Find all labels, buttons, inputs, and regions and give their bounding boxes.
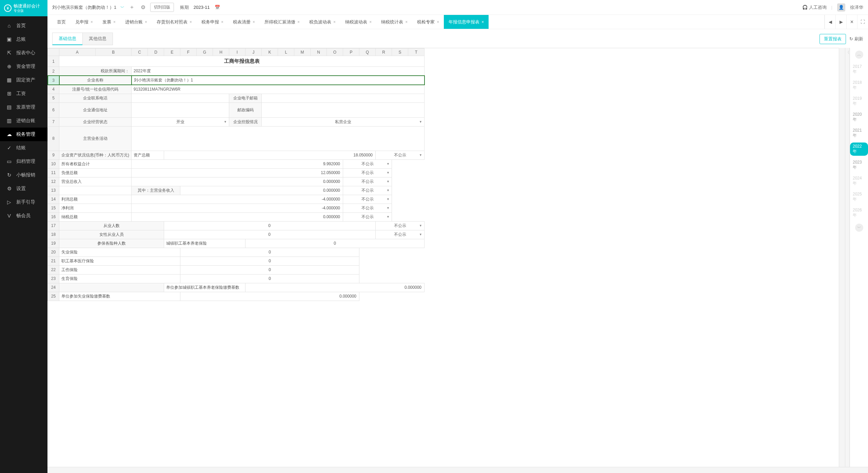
cell-disc-15[interactable]: 不公示 bbox=[343, 204, 392, 212]
cell-emp-disc[interactable]: 不公示 bbox=[376, 221, 425, 230]
row-10[interactable]: 10 bbox=[48, 159, 59, 168]
tab-11[interactable]: 税检专家× bbox=[412, 15, 444, 29]
col-L[interactable]: L bbox=[278, 49, 294, 56]
row-18[interactable]: 18 bbox=[48, 230, 59, 239]
year-down-icon[interactable]: ﹀ bbox=[855, 224, 863, 232]
row-24[interactable]: 24 bbox=[48, 283, 59, 292]
row-2[interactable]: 2 bbox=[48, 67, 59, 76]
tab-4[interactable]: 存货别名对照表× bbox=[152, 15, 197, 29]
cell-status[interactable]: 开业 bbox=[132, 117, 229, 126]
row-19[interactable]: 19 bbox=[48, 239, 59, 248]
year-2021年[interactable]: 2021年 bbox=[850, 127, 868, 140]
user-name[interactable]: 徐泽华 bbox=[850, 4, 863, 11]
cell-val-11[interactable]: 12.050000 bbox=[132, 168, 343, 177]
row-25[interactable]: 25 bbox=[48, 292, 59, 301]
sidebar-item-3[interactable]: ⊕资金管理 bbox=[0, 60, 47, 73]
cell-base-24[interactable]: 0.000000 bbox=[245, 283, 425, 292]
row-22[interactable]: 22 bbox=[48, 265, 59, 274]
year-2023年[interactable]: 2023年 bbox=[850, 158, 868, 172]
cell-disc-13[interactable]: 不公示 bbox=[343, 186, 392, 195]
year-2020年[interactable]: 2020年 bbox=[850, 111, 868, 124]
cell-femp-disc[interactable]: 不公示 bbox=[376, 230, 425, 239]
collapse-handle-icon[interactable]: 〈 bbox=[845, 48, 850, 467]
close-icon[interactable]: × bbox=[221, 20, 223, 24]
row-4[interactable]: 4 bbox=[48, 85, 59, 94]
cell-val-12[interactable]: 0.000000 bbox=[132, 177, 343, 186]
tab-12[interactable]: 年报信息申报表× bbox=[444, 15, 489, 29]
close-icon[interactable]: × bbox=[91, 20, 93, 24]
close-icon[interactable]: × bbox=[369, 20, 372, 24]
col-K[interactable]: K bbox=[262, 49, 278, 56]
gear-icon[interactable]: ⚙ bbox=[139, 4, 147, 11]
col-E[interactable]: E bbox=[164, 49, 180, 56]
cell-val-13[interactable]: 0.000000 bbox=[180, 186, 343, 195]
subtab-1[interactable]: 其他信息 bbox=[82, 33, 113, 45]
row-16[interactable]: 16 bbox=[48, 212, 59, 221]
tab-3[interactable]: 进销台账× bbox=[120, 15, 152, 29]
cell-ins-20[interactable]: 0 bbox=[180, 248, 359, 257]
cell-disc-11[interactable]: 不公示 bbox=[343, 168, 392, 177]
close-icon[interactable]: × bbox=[253, 20, 255, 24]
tabs-close-icon[interactable]: ✕ bbox=[846, 15, 857, 29]
cell-val-10[interactable]: 9.992000 bbox=[132, 159, 343, 168]
vertical-scrollbar[interactable] bbox=[839, 48, 845, 467]
tabs-prev-icon[interactable]: ◀ bbox=[825, 15, 835, 29]
tabs-expand-icon[interactable]: ⛶ bbox=[857, 15, 868, 29]
cell-val-15[interactable]: -4.000000 bbox=[132, 204, 343, 212]
row-6[interactable]: 6 bbox=[48, 102, 59, 117]
tab-6[interactable]: 税表清册× bbox=[228, 15, 260, 29]
cell-holding[interactable]: 私营企业 bbox=[262, 117, 425, 126]
row-5[interactable]: 5 bbox=[48, 94, 59, 102]
subtab-0[interactable]: 基础信息 bbox=[52, 33, 82, 45]
col-F[interactable]: F bbox=[180, 49, 197, 56]
row-13[interactable]: 13 bbox=[48, 186, 59, 195]
row-21[interactable]: 21 bbox=[48, 257, 59, 265]
year-2022年[interactable]: 2022年 bbox=[850, 143, 868, 156]
sidebar-item-6[interactable]: ▤发票管理 bbox=[0, 100, 47, 114]
row-12[interactable]: 12 bbox=[48, 177, 59, 186]
consult-link[interactable]: 🎧 人工咨询 bbox=[802, 4, 827, 11]
horizontal-scrollbar[interactable] bbox=[47, 467, 868, 473]
sidebar-item-9[interactable]: ✓结账 bbox=[0, 141, 47, 155]
col-O[interactable]: O bbox=[327, 49, 343, 56]
close-icon[interactable]: × bbox=[113, 20, 116, 24]
sidebar-item-12[interactable]: ⚙设置 bbox=[0, 182, 47, 195]
year-2019年[interactable]: 2019年 bbox=[850, 95, 868, 108]
row-23[interactable]: 23 bbox=[48, 274, 59, 283]
sidebar-item-0[interactable]: ⌂首页 bbox=[0, 19, 47, 33]
close-icon[interactable]: × bbox=[333, 20, 336, 24]
year-2018年[interactable]: 2018年 bbox=[850, 79, 868, 92]
account-selector[interactable]: 刘小艳演示账套（勿删勿动！）1 ﹀ bbox=[52, 4, 124, 11]
add-icon[interactable]: ＋ bbox=[128, 4, 136, 11]
period-value[interactable]: 2023-11 bbox=[194, 5, 210, 10]
row-8[interactable]: 8 bbox=[48, 126, 59, 151]
tab-5[interactable]: 税务申报× bbox=[197, 15, 228, 29]
cell-addr[interactable] bbox=[132, 102, 229, 117]
row-20[interactable]: 20 bbox=[48, 248, 59, 257]
close-icon[interactable]: × bbox=[437, 20, 439, 24]
year-2025年[interactable]: 2025年 bbox=[850, 190, 868, 204]
col-B[interactable]: B bbox=[95, 49, 132, 56]
sidebar-item-7[interactable]: ▥进销台账 bbox=[0, 114, 47, 128]
col-I[interactable]: I bbox=[229, 49, 245, 56]
sidebar-item-11[interactable]: ↻小畅报销 bbox=[0, 168, 47, 182]
cell-ins-19[interactable]: 0 bbox=[245, 239, 425, 248]
col-S[interactable]: S bbox=[392, 49, 408, 56]
row-3[interactable]: 3 bbox=[48, 76, 59, 85]
sidebar-item-4[interactable]: ▦固定资产 bbox=[0, 73, 47, 87]
cell-email[interactable] bbox=[262, 94, 425, 102]
year-2024年[interactable]: 2024年 bbox=[850, 174, 868, 188]
col-D[interactable]: D bbox=[148, 49, 164, 56]
cell-emp[interactable]: 0 bbox=[164, 221, 376, 230]
cell-disc-16[interactable]: 不公示 bbox=[343, 212, 392, 221]
tab-8[interactable]: 税负波动表× bbox=[304, 15, 340, 29]
tab-10[interactable]: 纳税统计表× bbox=[376, 15, 412, 29]
tab-9[interactable]: 纳税波动表× bbox=[340, 15, 376, 29]
cell-period[interactable]: 2022年度 bbox=[132, 67, 425, 76]
row-11[interactable]: 11 bbox=[48, 168, 59, 177]
cell-ins-21[interactable]: 0 bbox=[180, 257, 359, 265]
cell-val-14[interactable]: -4.000000 bbox=[132, 195, 343, 204]
row-15[interactable]: 15 bbox=[48, 204, 59, 212]
col-J[interactable]: J bbox=[245, 49, 262, 56]
col-N[interactable]: N bbox=[311, 49, 327, 56]
